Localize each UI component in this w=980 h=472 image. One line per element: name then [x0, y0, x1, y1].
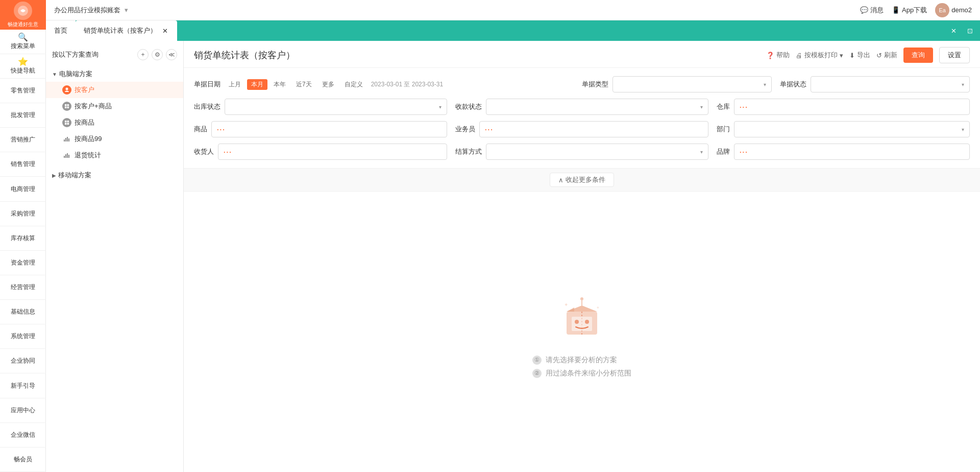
collapse-button[interactable]: ∧ 收起更多条件 — [550, 173, 614, 187]
recipient-control[interactable]: ··· — [218, 144, 447, 160]
type-control[interactable]: ▾ — [612, 76, 772, 92]
brand-field: 品牌 ··· — [717, 144, 970, 160]
sidebar-item-wholesale[interactable]: 批发管理 — [0, 103, 46, 128]
tab-home[interactable]: 首页 — [46, 20, 76, 41]
plan-panel-header: 按以下方案查询 + ⚙ ≪ — [46, 45, 183, 64]
sidebar-item-enterprise[interactable]: 企业协同 — [0, 349, 46, 373]
tab-close-button[interactable]: ✕ — [161, 27, 169, 35]
sidebar-item-enterprise-wechat[interactable]: 企业微信 — [0, 423, 46, 447]
tip-text-2: 用过滤条件来缩小分析范围 — [546, 369, 631, 378]
sidebar-item-finance[interactable]: 资金管理 — [0, 251, 46, 275]
date-tab-more[interactable]: 更多 — [318, 79, 338, 90]
brand-dots: ··· — [740, 148, 748, 156]
sidebar-label-enterprise-wechat: 企业微信 — [11, 431, 35, 439]
plan-item-return-stats[interactable]: 退货统计 — [46, 147, 183, 163]
help-button[interactable]: ❓ 帮助 — [766, 51, 790, 60]
status-control[interactable]: ▾ — [811, 76, 970, 92]
settings-plan-button[interactable]: ⚙ — [152, 49, 163, 60]
print-label: 按模板打印 — [804, 51, 838, 60]
pc-group-label: 电脑端方案 — [59, 69, 92, 79]
brand-control[interactable]: ··· — [734, 144, 970, 160]
page-title-bar: 销货单统计表（按客户） ❓ 帮助 🖨 按模板打印 ▾ ⬇ — [184, 41, 980, 68]
export-button[interactable]: ⬇ 导出 — [849, 51, 870, 60]
date-tab-last-month[interactable]: 上月 — [225, 79, 245, 90]
out-status-control[interactable]: ▾ — [225, 99, 447, 115]
plan-item-by-customer-product[interactable]: 按客户+商品 — [46, 98, 183, 114]
plan-item-by-product[interactable]: 按商品 — [46, 114, 183, 131]
print-button[interactable]: 🖨 按模板打印 ▾ — [796, 51, 843, 60]
mobile-group-label: 移动端方案 — [58, 171, 91, 180]
department-label: 部门 — [717, 125, 730, 134]
filter-row-4: 收货人 ··· 结算方式 ▾ — [194, 144, 970, 160]
sidebar-item-member[interactable]: 畅会员 — [0, 447, 46, 472]
tab-sales-stats-label: 销货单统计表（按客户） — [84, 26, 157, 35]
sidebar-label-wholesale: 批发管理 — [11, 111, 35, 120]
svg-rect-15 — [65, 154, 66, 158]
sidebar-item-quick-nav[interactable]: ⭐ 快捷导航 — [0, 54, 46, 79]
salesperson-field: 业务员 ··· — [455, 121, 708, 137]
refresh-button[interactable]: ↺ 刷新 — [876, 51, 897, 60]
svg-point-21 — [575, 320, 579, 324]
out-status-chevron-icon: ▾ — [439, 104, 442, 110]
plan-item-by-product-99[interactable]: 按商品99 — [46, 131, 183, 147]
right-panel: 销货单统计表（按客户） ❓ 帮助 🖨 按模板打印 ▾ ⬇ — [184, 41, 980, 472]
sidebar-item-basic-info[interactable]: 基础信息 — [0, 300, 46, 324]
mobile-group-header[interactable]: ▶ 移动端方案 — [46, 168, 183, 183]
app-logo: 畅捷通好生意 — [0, 0, 46, 30]
collapse-panel-button[interactable]: ≪ — [166, 49, 177, 60]
print-dropdown-icon: ▾ — [840, 52, 843, 59]
plan-item-by-customer-product-label: 按客户+商品 — [75, 102, 112, 111]
breadcrumb-dropdown-icon[interactable]: ▾ — [125, 6, 128, 14]
date-tab-this-month[interactable]: 本月 — [247, 79, 267, 90]
sidebar-label-app-center: 应用中心 — [11, 406, 35, 415]
sidebar-item-marketing[interactable]: 营销推广 — [0, 128, 46, 152]
sidebar-item-retail[interactable]: 零售管理 — [0, 79, 46, 103]
print-icon: 🖨 — [796, 52, 802, 59]
settings-button[interactable]: 设置 — [939, 47, 970, 63]
sidebar-item-ecommerce[interactable]: 电商管理 — [0, 177, 46, 201]
svg-rect-6 — [65, 121, 67, 123]
sidebar-item-purchase[interactable]: 采购管理 — [0, 202, 46, 226]
date-tab-custom[interactable]: 自定义 — [340, 79, 367, 90]
date-tab-7days[interactable]: 近7天 — [292, 79, 316, 90]
product-control[interactable]: ··· — [211, 121, 447, 137]
sidebar-item-guide[interactable]: 新手引导 — [0, 373, 46, 398]
sidebar-item-system[interactable]: 系统管理 — [0, 324, 46, 349]
main-content: 办公用品行业模拟账套 ▾ 💬 消息 📱 App下载 Ea demo2 首页 销货… — [46, 0, 980, 472]
date-tab-this-year[interactable]: 本年 — [270, 79, 290, 90]
add-plan-button[interactable]: + — [137, 49, 149, 60]
sidebar-item-app-center[interactable]: 应用中心 — [0, 398, 46, 423]
tab-sales-stats[interactable]: 销货单统计表（按客户） ✕ — [76, 20, 177, 41]
svg-rect-7 — [67, 121, 69, 123]
page: 按以下方案查询 + ⚙ ≪ ▼ 电脑端方案 — [46, 41, 980, 472]
pc-group-header[interactable]: ▼ 电脑端方案 — [46, 66, 183, 82]
sidebar-item-sales[interactable]: 销售管理 — [0, 152, 46, 177]
sidebar-label-marketing: 营销推广 — [11, 135, 35, 144]
collapse-label: 收起更多条件 — [566, 175, 605, 184]
sidebar-label-inventory: 库存核算 — [11, 234, 35, 243]
salesperson-control[interactable]: ··· — [479, 121, 708, 137]
query-button[interactable]: 查询 — [903, 48, 933, 63]
user-menu[interactable]: Ea demo2 — [935, 3, 972, 17]
sidebar-item-inventory[interactable]: 库存核算 — [0, 226, 46, 251]
warehouse-control[interactable]: ··· — [734, 99, 970, 115]
payment-method-control[interactable]: ▾ — [486, 144, 708, 160]
payment-chevron-icon: ▾ — [700, 149, 703, 155]
plan-item-by-customer[interactable]: 按客户 — [46, 82, 183, 98]
receipt-status-control[interactable]: ▾ — [486, 99, 708, 115]
app-download-button[interactable]: 📱 App下载 — [892, 6, 927, 15]
svg-text:✦: ✦ — [564, 302, 568, 308]
sidebar-item-search[interactable]: 🔍 搜索菜单 — [0, 30, 46, 54]
maximize-button[interactable]: ⊡ — [964, 25, 976, 37]
sidebar-item-operations[interactable]: 经营管理 — [0, 275, 46, 300]
app-name: 畅捷通好生意 — [8, 21, 38, 28]
department-control[interactable]: ▾ — [734, 121, 970, 137]
svg-rect-10 — [64, 139, 65, 141]
message-button[interactable]: 💬 消息 — [860, 6, 884, 15]
svg-rect-14 — [64, 156, 65, 158]
empty-icon: ✦ ✦ — [551, 286, 612, 347]
empty-state: ✦ ✦ ① 请先选择要分析的方案 ② 用过滤条件来缩小分析范围 — [184, 192, 980, 472]
close-tab-button[interactable]: ✕ — [947, 25, 960, 37]
payment-method-label: 结算方式 — [455, 147, 482, 156]
logo-icon — [14, 2, 32, 20]
